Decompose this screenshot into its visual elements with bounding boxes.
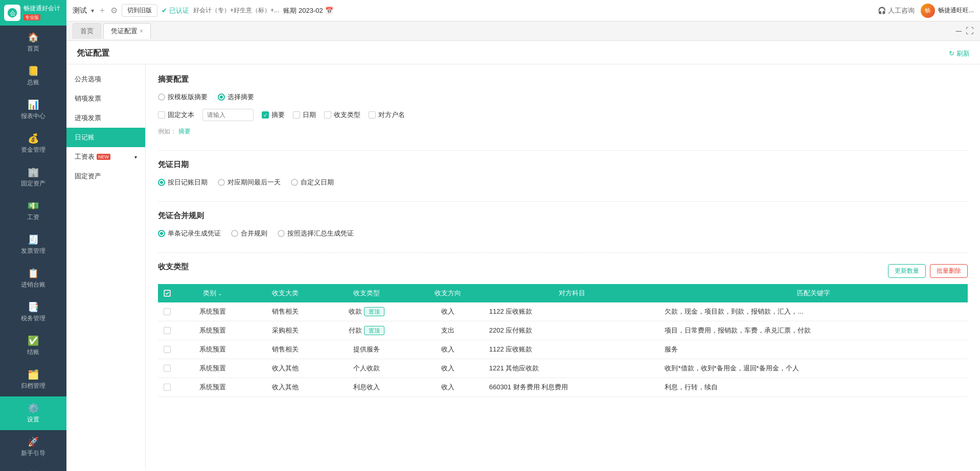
th-direction: 收支方向 [412,284,484,302]
topbar-right: 🎧 人工咨询 畅 畅捷通旺旺... [878,4,974,18]
summary-radio-select[interactable]: 选择摘要 [218,92,254,102]
topbar-settings-icon[interactable]: ⚙ [110,6,118,15]
tab-voucher-config[interactable]: 凭证配置 × [103,23,151,39]
summary-checkbox-row: 固定文本 ✓ 摘要 日期 收支类型 [158,109,968,121]
select-all-checkbox[interactable] [164,290,171,297]
td-category-5: 系统预置 [176,378,249,397]
checkbox-date[interactable]: 日期 [293,110,316,120]
sidebar-item-settings[interactable]: ⚙️ 设置 [0,396,66,430]
window-minimize-icon[interactable]: ─ [956,27,962,36]
sidebar-label-payroll: 工资 [27,213,39,222]
th-account: 对方科目 [484,284,660,302]
batch-delete-btn[interactable]: 批量删除 [930,264,968,278]
sort-icon-category: ⌄ [218,291,222,296]
merge-radio-rules[interactable]: 合并规则 [231,229,267,238]
row-checkbox-4[interactable] [164,365,171,372]
checkbox-fixed-text[interactable]: 固定文本 [158,110,194,120]
date-radio-journal[interactable]: 按日记账日期 [158,178,208,187]
sidebar-item-close[interactable]: ✅ 结账 [0,329,66,363]
certified-icon: ✔ [162,7,167,14]
left-nav-sales-invoice[interactable]: 销项发票 [66,89,145,108]
th-category[interactable]: 类别 ⌄ [176,284,249,302]
td-major-2: 采购相关 [249,321,322,340]
payroll-icon: 💵 [28,200,39,211]
left-nav-fixed-assets[interactable]: 固定资产 [66,167,145,186]
merge-radio-summary[interactable]: 按照选择汇总生成凭证 [278,229,354,238]
sidebar-item-member[interactable]: 👑 畅会员 [0,464,66,471]
tabbar: 首页 凭证配置 × ─ ⛶ [66,21,980,41]
sidebar-label-close: 结账 [27,348,39,357]
consultant-btn[interactable]: 🎧 人工咨询 [878,6,915,15]
sidebar-item-reports[interactable]: 📊 报表中心 [0,93,66,127]
income-expense-table: 类别 ⌄ 收支大类 收支类型 收支方向 对方科目 匹配关键字 [158,284,968,397]
left-nav-purchase-invoice[interactable]: 进项发票 [66,108,145,128]
settings-icon: ⚙️ [28,403,39,414]
page-title: 凭证配置 [77,48,109,59]
row-checkbox-2[interactable] [164,327,171,334]
td-direction-3: 收入 [412,340,484,359]
tab-close-icon[interactable]: × [140,28,143,35]
td-direction-5: 收入 [412,378,484,397]
summary-radio-template[interactable]: 按模板版摘要 [158,92,208,102]
topbar-title: 测试 [73,6,87,15]
left-nav-payroll[interactable]: 工资表 NEW ▾ [66,147,145,167]
example-prefix: 例如： [158,128,176,135]
left-nav-sales-invoice-label: 销项发票 [75,94,101,103]
topbar-dropdown-icon[interactable]: ▾ [91,7,94,14]
tab-home[interactable]: 首页 [73,23,101,39]
calendar-icon[interactable]: 📅 [325,7,333,14]
td-keywords-4: 收到*借款，收到*备用金，退回*备用金，个人 [659,359,968,378]
sidebar-item-home[interactable]: 🏠 首页 [0,26,66,59]
merge-rules-title: 凭证合并规则 [158,211,968,221]
left-nav-purchase-invoice-label: 进项发票 [75,113,101,123]
td-type-2: 付款 置顶 [322,321,412,340]
sidebar-label-guide: 新手引导 [21,449,45,458]
sidebar-label-invoices: 发票管理 [21,247,45,255]
top-tag-1[interactable]: 置顶 [364,307,384,316]
topbar: 测试 ▾ ＋ ⚙ 切到旧版 ✔ 已认证 好会计（专）+好生意（标）+... 账期… [66,0,980,21]
merge-radio-summary-label: 按照选择汇总生成凭证 [287,229,354,238]
fixed-text-input[interactable] [202,109,254,121]
td-checkbox-4 [158,359,176,378]
left-nav-public[interactable]: 公共选项 [66,69,145,89]
topbar-add-btn[interactable]: ＋ [98,5,106,16]
tax-icon: 📑 [28,301,39,313]
reports-icon: 📊 [28,99,39,110]
update-count-btn[interactable]: 更新数量 [888,264,926,278]
tab-voucher-config-label: 凭证配置 [111,27,138,36]
user-profile[interactable]: 畅 畅捷通旺旺... [921,4,974,18]
table-header-row: 收支类型 更新数量 批量删除 [158,262,968,280]
refresh-btn[interactable]: ↻ 刷新 [949,49,970,58]
switch-version-btn[interactable]: 切到旧版 [122,4,157,17]
sidebar-item-purchase[interactable]: 📋 进销台账 [0,262,66,295]
sidebar-item-guide[interactable]: 🚀 新手引导 [0,430,66,464]
checkbox-counterparty[interactable]: 对方户名 [369,110,405,120]
date-radio-period-end-circle [218,179,225,186]
date-radio-period-end[interactable]: 对应期间最后一天 [218,178,281,187]
row-checkbox-5[interactable] [164,384,171,391]
left-nav-journal[interactable]: 日记账 [66,128,145,147]
row-checkbox-3[interactable] [164,346,171,353]
sidebar-item-archive[interactable]: 🗂️ 归档管理 [0,363,66,396]
top-tag-2[interactable]: 置顶 [364,326,384,335]
sidebar-item-ledger[interactable]: 📒 总账 [0,59,66,93]
headset-icon: 🎧 [878,7,886,14]
merge-radio-single[interactable]: 单条记录生成凭证 [158,229,221,238]
checkbox-income-type[interactable]: 收支类型 [324,110,360,120]
main: 测试 ▾ ＋ ⚙ 切到旧版 ✔ 已认证 好会计（专）+好生意（标）+... 账期… [66,0,980,471]
sidebar-label-home: 首页 [27,44,39,53]
sidebar-item-payroll[interactable]: 💵 工资 [0,194,66,228]
left-nav-fixed-assets-label: 固定资产 [75,172,101,181]
window-maximize-icon[interactable]: ⛶ [966,27,974,36]
page-header: 凭证配置 ↻ 刷新 [66,41,980,64]
date-radio-custom[interactable]: 自定义日期 [291,178,334,187]
sidebar-item-invoices[interactable]: 🧾 发票管理 [0,228,66,262]
table-row: 系统预置 收入其他 利息收入 收入 660301 财务费用 利息费用 利息，行转… [158,378,968,397]
sidebar-item-tax[interactable]: 📑 税务管理 [0,295,66,329]
checkbox-summary[interactable]: ✓ 摘要 [262,110,285,120]
counterparty-label: 对方户名 [378,110,405,120]
sidebar-item-funds[interactable]: 💰 资金管理 [0,127,66,160]
td-major-3: 销售相关 [249,340,322,359]
sidebar-item-assets[interactable]: 🏢 固定资产 [0,160,66,194]
row-checkbox-1[interactable] [164,308,171,315]
